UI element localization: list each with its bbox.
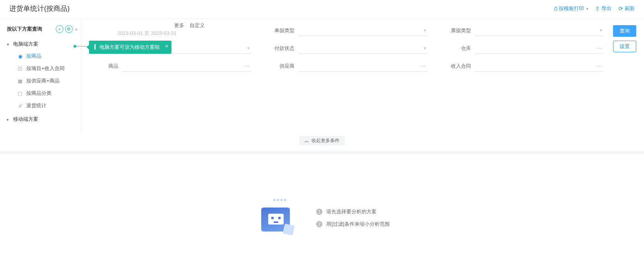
- export-icon: ⇪: [595, 5, 600, 12]
- step-text: 请先选择要分析的方案: [326, 208, 377, 215]
- tree-items-desktop: ◉ 按商品 ☷ 按项目+收入合同 ▦ 按供应商+商品 ▢ 按商品分类 ⫻ 退: [7, 50, 78, 112]
- right-actions: 查询 设置: [613, 19, 644, 133]
- filter-label: 仓库: [443, 45, 471, 52]
- filter-panel: 更多 自定义 2023-03-01 至 2023-03-31 单据类型 ▾ 票据…: [81, 19, 613, 133]
- filter-cell-product: 商品 ⋯: [91, 61, 251, 72]
- collapse-sidebar-button[interactable]: «: [75, 26, 78, 32]
- hint-text: 电脑方案可设为移动方案啦: [99, 44, 160, 50]
- double-chevron-up-icon: ︽: [305, 137, 309, 144]
- ellipsis-icon: ⋯: [244, 63, 250, 69]
- step-text: 用[过滤]条件来缩小分析范围: [326, 221, 389, 228]
- filter-label: 商品: [91, 63, 118, 70]
- empty-state: 1 请先选择要分析的方案 2 用[过滤]条件来缩小分析范围: [0, 154, 644, 259]
- filter-cell-warehouse: 仓库 ⋯: [443, 43, 604, 54]
- caret-right-icon: ▸: [7, 117, 11, 122]
- filter-cell-ticket-type: 票据类型 ▾: [443, 25, 604, 36]
- chart-icon: ⫻: [17, 103, 23, 109]
- empty-step-2: 2 用[过滤]条件来缩小分析范围: [316, 221, 389, 228]
- query-button[interactable]: 查询: [613, 25, 636, 37]
- header-actions: ⎙ 按模板打印 ▾ ⇪ 导出 ⟳ 刷新: [554, 5, 635, 12]
- filter-cell-contract: 收入合同 ⋯: [443, 61, 604, 72]
- sidebar-item-returns[interactable]: ⫻ 退货统计: [17, 99, 78, 112]
- tree-group-desktop-toggle[interactable]: ▾ 电脑端方案: [7, 38, 78, 50]
- filter-row-1: 单据类型 ▾ 票据类型 ▾: [91, 25, 604, 36]
- settings-button[interactable]: 设置: [613, 41, 636, 52]
- filter-supplier-input[interactable]: ⋯: [298, 61, 427, 72]
- tree-group-desktop-label: 电脑端方案: [13, 41, 38, 48]
- ellipsis-icon: ⋯: [596, 63, 602, 69]
- print-by-template-button[interactable]: ⎙ 按模板打印 ▾: [554, 5, 588, 12]
- chevron-down-icon: ▾: [586, 7, 588, 11]
- refresh-button[interactable]: ⟳ 刷新: [618, 5, 635, 12]
- caret-down-icon: ▾: [7, 42, 11, 46]
- sidebar-item-label: 退货统计: [26, 102, 46, 109]
- filter-pay-status-input[interactable]: ▾: [298, 43, 427, 54]
- collapse-conditions-button[interactable]: ︽ 收起更多条件: [299, 136, 345, 146]
- filter-cell-date: [91, 25, 251, 36]
- chevron-down-icon: ▾: [424, 28, 426, 33]
- export-label: 导出: [601, 5, 611, 12]
- hint-bubble: 电脑方案可设为移动方案啦 ×: [89, 41, 171, 54]
- tree-group-mobile: ▸ 移动端方案: [7, 113, 78, 125]
- step-badge-2: 2: [316, 221, 322, 227]
- chevron-down-icon: ▾: [424, 46, 426, 51]
- tree-group-desktop: ▾ 电脑端方案 ◉ 按商品 ☷ 按项目+收入合同 ▦ 按供应商+商品 ▢: [7, 38, 78, 112]
- filter-ticket-type-input[interactable]: ▾: [475, 25, 604, 36]
- chevron-down-icon: ▾: [600, 28, 602, 33]
- filter-cell-pay-status: 付款状态 ▾: [267, 43, 427, 54]
- filter-warehouse-input[interactable]: ⋯: [475, 43, 604, 54]
- tree-group-mobile-label: 移动端方案: [13, 116, 38, 123]
- filter-label: 收入合同: [443, 63, 471, 70]
- empty-step-1: 1 请先选择要分析的方案: [316, 208, 389, 215]
- ellipsis-icon: ⋯: [596, 45, 602, 51]
- ellipsis-icon: ⋯: [420, 63, 426, 69]
- sidebar-item-label: 按项目+收入合同: [26, 65, 65, 72]
- hint-close-button[interactable]: ×: [165, 43, 168, 49]
- sidebar-item-by-product[interactable]: ◉ 按商品: [17, 50, 78, 62]
- empty-illustration: [254, 197, 301, 239]
- filter-label: 供应商: [267, 63, 295, 70]
- clock-icon: ◉: [17, 53, 23, 59]
- settings-scheme-button[interactable]: ⚙: [65, 25, 73, 33]
- sidebar-item-by-project-contract[interactable]: ☷ 按项目+收入合同: [17, 62, 78, 75]
- sidebar-item-label: 按供应商+商品: [26, 77, 60, 84]
- filter-cell-supplier: 供应商 ⋯: [267, 61, 427, 72]
- category-icon: ▢: [17, 91, 23, 96]
- export-button[interactable]: ⇪ 导出: [595, 5, 611, 12]
- sidebar: 按以下方案查询 ＋ ⚙ « ▾ 电脑端方案 ◉ 按商品 ☷ 按项目+收入合同: [0, 19, 81, 133]
- page-title: 进货单统计(按商品): [9, 4, 70, 13]
- sidebar-item-by-category[interactable]: ▢ 按商品分类: [17, 87, 78, 99]
- sidebar-item-by-supplier-product[interactable]: ▦ 按供应商+商品: [17, 75, 78, 87]
- empty-steps: 1 请先选择要分析的方案 2 用[过滤]条件来缩小分析范围: [316, 208, 389, 228]
- filter-doc-type-input[interactable]: ▾: [298, 25, 427, 36]
- filter-cell-doc-type: 单据类型 ▾: [267, 25, 427, 36]
- sidebar-title: 按以下方案查询: [7, 26, 42, 33]
- chevron-down-icon: ▾: [247, 46, 250, 51]
- collapse-label: 收起更多条件: [312, 137, 339, 144]
- filter-date-input[interactable]: [122, 25, 251, 36]
- step-badge-1: 1: [316, 209, 322, 215]
- sidebar-item-label: 按商品: [26, 53, 41, 60]
- main-layout: 按以下方案查询 ＋ ⚙ « ▾ 电脑端方案 ◉ 按商品 ☷ 按项目+收入合同: [0, 19, 644, 133]
- refresh-icon: ⟳: [618, 5, 623, 12]
- add-scheme-button[interactable]: ＋: [56, 25, 63, 33]
- printer-icon: ⎙: [554, 5, 557, 12]
- sidebar-head: 按以下方案查询 ＋ ⚙ «: [7, 22, 78, 37]
- filter-contract-input[interactable]: ⋯: [475, 61, 604, 72]
- refresh-label: 刷新: [625, 5, 635, 12]
- print-label: 按模板打印: [559, 5, 584, 12]
- filter-label: 单据类型: [267, 27, 295, 34]
- filter-label: 票据类型: [443, 27, 471, 34]
- filter-product-input[interactable]: ⋯: [122, 61, 251, 72]
- filter-label: 付款状态: [267, 45, 295, 52]
- tree-group-mobile-toggle[interactable]: ▸ 移动端方案: [7, 113, 78, 125]
- sidebar-item-label: 按商品分类: [26, 90, 51, 97]
- hint-bar-icon: [94, 44, 96, 50]
- collapse-bar: ︽ 收起更多条件: [0, 133, 644, 151]
- filter-row-3: 商品 ⋯ 供应商 ⋯ 收入合同 ⋯: [91, 61, 604, 72]
- grid-icon: ☷: [17, 66, 23, 72]
- page-header: 进货单统计(按商品) ⎙ 按模板打印 ▾ ⇪ 导出 ⟳ 刷新: [0, 0, 644, 19]
- table-icon: ▦: [17, 78, 23, 84]
